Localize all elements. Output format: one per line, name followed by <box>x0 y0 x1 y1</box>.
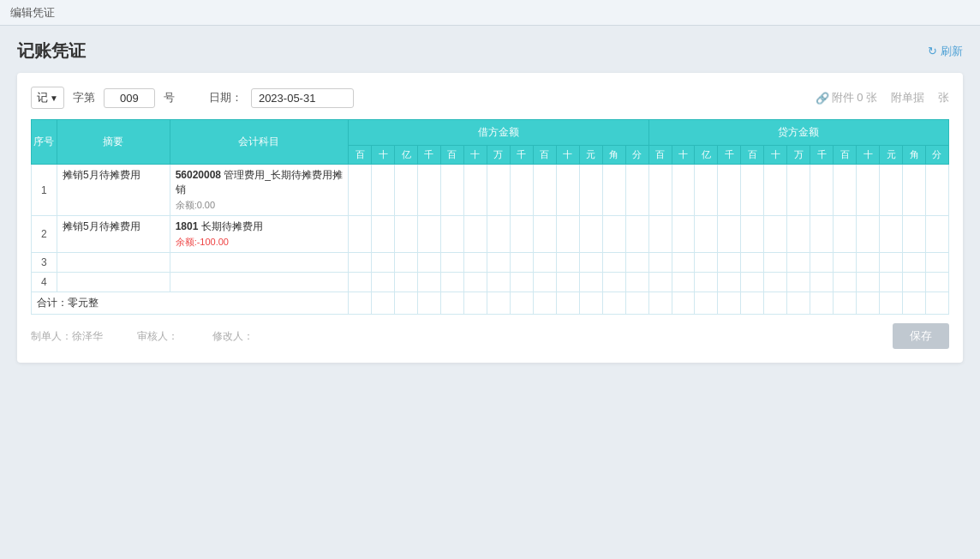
debit-cell-3-3[interactable] <box>418 273 441 292</box>
row-summary[interactable] <box>57 273 170 292</box>
debit-cell-3-9[interactable] <box>556 273 579 292</box>
credit-cell-1-9[interactable] <box>857 216 880 253</box>
credit-cell-1-4[interactable] <box>741 216 764 253</box>
debit-cell-3-12[interactable] <box>625 273 648 292</box>
table-row[interactable]: 3 <box>32 253 949 273</box>
credit-cell-0-2[interactable] <box>695 165 718 216</box>
debit-cell-3-11[interactable] <box>602 273 625 292</box>
debit-cell-1-2[interactable] <box>395 216 418 253</box>
credit-cell-1-5[interactable] <box>764 216 787 253</box>
debit-cell-1-3[interactable] <box>418 216 441 253</box>
credit-cell-0-3[interactable] <box>718 165 741 216</box>
debit-cell-2-5[interactable] <box>463 253 487 273</box>
voucher-number-input[interactable] <box>104 88 155 108</box>
credit-cell-0-9[interactable] <box>857 165 880 216</box>
credit-cell-3-4[interactable] <box>741 273 764 292</box>
row-account[interactable]: 56020008 管理费用_长期待摊费用摊销余额:0.00 <box>170 165 349 216</box>
credit-cell-3-12[interactable] <box>925 273 948 292</box>
save-button[interactable]: 保存 <box>893 323 949 349</box>
row-summary[interactable] <box>57 253 170 273</box>
credit-cell-2-10[interactable] <box>880 253 903 273</box>
debit-cell-3-8[interactable] <box>533 273 556 292</box>
debit-cell-1-0[interactable] <box>349 216 372 253</box>
credit-cell-1-6[interactable] <box>787 216 810 253</box>
table-row[interactable]: 4 <box>32 273 949 292</box>
credit-cell-3-6[interactable] <box>787 273 810 292</box>
credit-cell-0-11[interactable] <box>903 165 926 216</box>
credit-cell-0-5[interactable] <box>764 165 787 216</box>
credit-cell-2-3[interactable] <box>718 253 741 273</box>
row-summary[interactable]: 摊销5月待摊费用 <box>57 165 170 216</box>
credit-cell-0-12[interactable] <box>925 165 948 216</box>
debit-cell-2-2[interactable] <box>395 253 418 273</box>
credit-cell-0-1[interactable] <box>672 165 695 216</box>
debit-cell-2-4[interactable] <box>440 253 463 273</box>
credit-cell-2-6[interactable] <box>787 253 810 273</box>
voucher-type-select[interactable]: 记 ▼ <box>31 87 64 109</box>
debit-cell-2-9[interactable] <box>556 253 579 273</box>
credit-cell-2-4[interactable] <box>741 253 764 273</box>
debit-cell-3-10[interactable] <box>579 273 602 292</box>
debit-cell-2-0[interactable] <box>349 253 372 273</box>
debit-cell-2-1[interactable] <box>372 253 395 273</box>
credit-cell-1-12[interactable] <box>925 216 948 253</box>
table-row[interactable]: 2摊销5月待摊费用1801 长期待摊费用余额:-100.00 <box>32 216 949 253</box>
credit-cell-2-7[interactable] <box>810 253 834 273</box>
debit-cell-1-1[interactable] <box>372 216 395 253</box>
debit-cell-3-7[interactable] <box>510 273 533 292</box>
fudanju-button[interactable]: 附单据 <box>891 90 924 105</box>
refresh-button[interactable]: ↻ 刷新 <box>928 44 963 59</box>
credit-cell-3-5[interactable] <box>764 273 787 292</box>
debit-cell-2-12[interactable] <box>625 253 648 273</box>
debit-cell-1-9[interactable] <box>556 216 579 253</box>
attach-link[interactable]: 🔗 附件 0 张 <box>816 90 877 105</box>
debit-cell-2-6[interactable] <box>487 253 510 273</box>
debit-cell-0-3[interactable] <box>418 165 441 216</box>
credit-cell-2-12[interactable] <box>925 253 948 273</box>
debit-cell-3-0[interactable] <box>349 273 372 292</box>
credit-cell-1-3[interactable] <box>718 216 741 253</box>
credit-cell-0-7[interactable] <box>810 165 834 216</box>
row-account[interactable] <box>170 273 349 292</box>
debit-cell-3-4[interactable] <box>440 273 463 292</box>
credit-cell-2-8[interactable] <box>834 253 857 273</box>
credit-cell-2-1[interactable] <box>672 253 695 273</box>
debit-cell-0-8[interactable] <box>533 165 556 216</box>
debit-cell-1-4[interactable] <box>440 216 463 253</box>
debit-cell-3-5[interactable] <box>463 273 487 292</box>
credit-cell-0-0[interactable] <box>648 165 672 216</box>
debit-cell-0-0[interactable] <box>349 165 372 216</box>
debit-cell-0-7[interactable] <box>510 165 533 216</box>
credit-cell-1-0[interactable] <box>648 216 672 253</box>
credit-cell-3-8[interactable] <box>834 273 857 292</box>
credit-cell-1-2[interactable] <box>695 216 718 253</box>
credit-cell-3-11[interactable] <box>903 273 926 292</box>
credit-cell-0-8[interactable] <box>834 165 857 216</box>
debit-cell-0-6[interactable] <box>487 165 510 216</box>
debit-cell-0-9[interactable] <box>556 165 579 216</box>
credit-cell-1-8[interactable] <box>834 216 857 253</box>
credit-cell-2-2[interactable] <box>695 253 718 273</box>
debit-cell-2-11[interactable] <box>602 253 625 273</box>
table-row[interactable]: 1摊销5月待摊费用56020008 管理费用_长期待摊费用摊销余额:0.00 <box>32 165 949 216</box>
debit-cell-1-12[interactable] <box>625 216 648 253</box>
credit-cell-3-7[interactable] <box>810 273 834 292</box>
debit-cell-1-5[interactable] <box>463 216 487 253</box>
credit-cell-1-10[interactable] <box>880 216 903 253</box>
credit-cell-2-11[interactable] <box>903 253 926 273</box>
debit-cell-0-10[interactable] <box>579 165 602 216</box>
credit-cell-1-7[interactable] <box>810 216 834 253</box>
credit-cell-1-11[interactable] <box>903 216 926 253</box>
debit-cell-2-10[interactable] <box>579 253 602 273</box>
debit-cell-1-8[interactable] <box>533 216 556 253</box>
credit-cell-3-1[interactable] <box>672 273 695 292</box>
credit-cell-3-2[interactable] <box>695 273 718 292</box>
debit-cell-3-2[interactable] <box>395 273 418 292</box>
debit-cell-0-4[interactable] <box>440 165 463 216</box>
debit-cell-1-11[interactable] <box>602 216 625 253</box>
debit-cell-2-8[interactable] <box>533 253 556 273</box>
credit-cell-0-6[interactable] <box>787 165 810 216</box>
debit-cell-0-1[interactable] <box>372 165 395 216</box>
credit-cell-2-5[interactable] <box>764 253 787 273</box>
credit-cell-3-0[interactable] <box>648 273 672 292</box>
